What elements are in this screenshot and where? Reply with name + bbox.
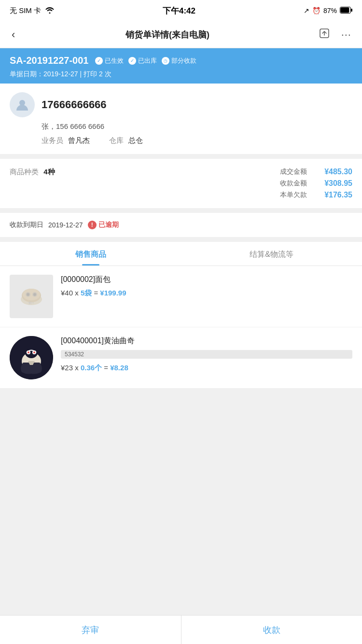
salesperson-label: 业务员 xyxy=(42,136,63,144)
nav-bar: ‹ 销货单详情(来自电脑) ··· xyxy=(0,21,362,48)
receipt-row: 收款金额 ¥308.95 xyxy=(280,179,352,188)
tabs-section: 销售商品 结算&物流等 xyxy=(0,242,362,266)
svg-point-18 xyxy=(28,351,29,353)
stats-section: 商品种类 4种 成交金额 ¥485.30 收款金额 ¥308.95 本单欠款 ¥… xyxy=(0,159,362,208)
status-bar: 无 SIM 卡 下午4:42 ↗ ⏰ 87% xyxy=(0,0,362,21)
deal-row: 成交金额 ¥485.30 xyxy=(280,168,352,176)
tab-settlement[interactable]: 结算&物流等 xyxy=(181,242,362,266)
stats-left: 商品种类 4种 xyxy=(10,168,55,177)
svg-point-11 xyxy=(33,293,36,296)
share-icon[interactable] xyxy=(316,25,333,44)
svg-point-10 xyxy=(27,293,29,296)
status-bar-left: 无 SIM 卡 xyxy=(10,6,55,15)
badge-delivered: ✓ 已出库 xyxy=(128,56,157,65)
customer-section: 17666666666 张，156 6666 6666 业务员 曾凡杰 仓库 总… xyxy=(0,84,362,154)
confirm-button[interactable]: 收款 xyxy=(181,616,362,644)
header-date: 单据日期：2019-12-27 | 打印 2 次 xyxy=(10,70,352,79)
location-icon: ↗ xyxy=(304,7,309,14)
product-total-cookie: ¥8.28 xyxy=(110,364,128,372)
warehouse-value: 总仓 xyxy=(128,136,143,144)
products-section: 鲜+ [0000002]面包 ¥40 x 5袋 = ¥199.99 xyxy=(0,266,362,389)
due-section: 收款到期日 2019-12-27 ! 已逾期 xyxy=(0,213,362,237)
type-label: 商品种类 xyxy=(10,168,39,176)
list-item: [000400001]黄油曲奇 534532 ¥23 x 0.36个 = ¥8.… xyxy=(0,327,362,389)
status-bar-right: ↗ ⏰ 87% xyxy=(304,7,352,15)
warehouse-label: 仓库 xyxy=(109,136,124,144)
product-price-bread: ¥40 x 5袋 = ¥199.99 xyxy=(61,289,352,298)
product-image-cookie xyxy=(10,336,53,379)
product-qty-bread: 5袋 xyxy=(81,289,92,297)
order-id: SA-20191227-001 xyxy=(10,55,88,66)
overdue-icon: ! xyxy=(88,221,97,229)
battery-text: 87% xyxy=(323,7,337,14)
product-qty-cookie: 0.36个 xyxy=(81,364,102,372)
svg-point-19 xyxy=(33,351,35,353)
product-price-cookie: ¥23 x 0.36个 = ¥8.28 xyxy=(61,364,352,373)
clock-icon: ◷ xyxy=(162,57,169,65)
tab-sales[interactable]: 销售商品 xyxy=(0,242,181,266)
product-tag-cookie: 534532 xyxy=(61,350,352,359)
salesperson-value: 曾凡杰 xyxy=(68,136,90,144)
carrier-text: 无 SIM 卡 xyxy=(10,6,41,15)
customer-meta: 业务员 曾凡杰 仓库 总仓 xyxy=(10,136,352,145)
overdue-label: 已逾期 xyxy=(98,221,119,229)
product-name-cookie: [000400001]黄油曲奇 xyxy=(61,336,352,346)
product-total-bread: ¥199.99 xyxy=(100,289,126,297)
more-icon[interactable]: ··· xyxy=(338,26,354,44)
svg-point-7 xyxy=(23,289,40,300)
customer-contact: 张，156 6666 6666 xyxy=(10,122,352,131)
svg-text:鲜+: 鲜+ xyxy=(28,301,34,305)
badge-effective: ✓ 已生效 xyxy=(95,56,124,65)
svg-rect-2 xyxy=(340,7,349,13)
deal-label: 成交金额 xyxy=(280,168,307,176)
product-info-bread: [0000002]面包 ¥40 x 5袋 = ¥199.99 xyxy=(61,275,352,298)
receipt-label: 收款金额 xyxy=(280,179,307,188)
alarm-icon: ⏰ xyxy=(312,7,320,14)
due-label: 收款到期日 xyxy=(10,221,43,229)
due-date: 2019-12-27 xyxy=(48,221,83,229)
tabs: 销售商品 结算&物流等 xyxy=(0,242,362,266)
svg-rect-1 xyxy=(351,9,352,12)
check-icon-1: ✓ xyxy=(95,57,103,65)
cancel-button[interactable]: 弃审 xyxy=(0,616,181,644)
battery-icon xyxy=(340,7,352,15)
debt-label: 本单欠款 xyxy=(280,191,307,199)
receipt-value: ¥308.95 xyxy=(314,179,352,188)
svg-point-15 xyxy=(25,345,38,358)
back-button[interactable]: ‹ xyxy=(8,25,19,45)
list-item: 鲜+ [0000002]面包 ¥40 x 5袋 = ¥199.99 xyxy=(0,266,362,327)
page-title: 销货单详情(来自电脑) xyxy=(125,29,209,41)
header-banner: SA-20191227-001 ✓ 已生效 ✓ 已出库 ◷ 部分收款 单据日期：… xyxy=(0,48,362,84)
avatar xyxy=(10,92,35,117)
debt-row: 本单欠款 ¥176.35 xyxy=(280,191,352,199)
badge-partial-receipt: ◷ 部分收款 xyxy=(162,56,196,65)
bottom-bar: 弃审 收款 xyxy=(0,615,362,644)
customer-name: 17666666666 xyxy=(42,98,107,111)
type-value: 4种 xyxy=(43,168,55,176)
product-image-bread: 鲜+ xyxy=(10,275,53,318)
debt-value: ¥176.35 xyxy=(314,191,352,199)
nav-actions: ··· xyxy=(316,25,354,44)
wifi-icon xyxy=(45,7,55,15)
deal-value: ¥485.30 xyxy=(314,168,352,176)
badges: ✓ 已生效 ✓ 已出库 ◷ 部分收款 xyxy=(95,56,196,65)
status-bar-time: 下午4:42 xyxy=(163,5,195,16)
check-icon-2: ✓ xyxy=(128,57,136,65)
overdue-badge: ! 已逾期 xyxy=(88,221,119,229)
stats-right: 成交金额 ¥485.30 收款金额 ¥308.95 本单欠款 ¥176.35 xyxy=(280,168,352,199)
product-info-cookie: [000400001]黄油曲奇 534532 ¥23 x 0.36个 = ¥8.… xyxy=(61,336,352,373)
product-name-bread: [0000002]面包 xyxy=(61,275,352,285)
